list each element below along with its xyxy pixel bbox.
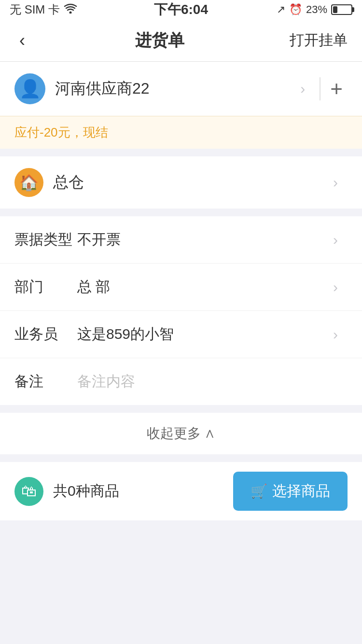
status-time: 下午6:04 [154,0,208,19]
department-label: 部门 [14,277,77,297]
supplier-name: 河南供应商22 [55,78,300,99]
invoice-type-chevron-icon: › [333,232,338,248]
invoice-type-value: 不开票 [77,230,333,250]
warehouse-chevron-icon: › [333,174,338,191]
add-supplier-button[interactable]: + [325,77,348,101]
remark-label: 备注 [14,372,77,392]
avatar-icon: 👤 [19,79,41,99]
no-sim-label: 无 SIM 卡 [10,2,60,17]
svg-point-0 [70,12,72,14]
select-product-label: 选择商品 [272,481,330,501]
warehouse-icon: 🏠 [19,173,39,192]
department-chevron-icon: › [333,279,338,295]
notice-bar: 应付-20元，现结 [0,116,362,149]
status-bar: 无 SIM 卡 下午6:04 ↗ ⏰ 23% [0,0,362,19]
product-icon: 🛍 [21,482,37,500]
warehouse-section[interactable]: 🏠 总仓 › [0,156,362,209]
notice-text: 应付-20元，现结 [14,125,108,140]
main-content: 👤 河南供应商22 › + 应付-20元，现结 🏠 总仓 › 票据类型 不开票 … [0,62,362,520]
supplier-chevron-icon: › [300,81,305,97]
status-left: 无 SIM 卡 [10,2,77,17]
form-section: 票据类型 不开票 › 部门 总 部 › 业务员 这是859的小智 › 备注 备注… [0,216,362,405]
supplier-avatar: 👤 [14,73,45,104]
nav-bar: ‹ 进货单 打开挂单 [0,19,362,62]
bottom-bar: 🛍 共0种商品 🛒 选择商品 [0,462,362,520]
invoice-type-row[interactable]: 票据类型 不开票 › [0,216,362,264]
warehouse-row[interactable]: 🏠 总仓 › [0,156,362,209]
collapse-bar[interactable]: 收起更多 ∧ [0,413,362,454]
battery-percent: 23% [306,3,327,16]
collapse-label: 收起更多 ∧ [147,424,216,443]
salesperson-chevron-icon: › [333,326,338,343]
product-icon-wrap: 🛍 [14,477,43,506]
wifi-icon [64,3,77,16]
department-value: 总 部 [77,277,333,297]
battery-icon [331,4,352,15]
page-title: 进货单 [135,29,184,52]
supplier-section: 👤 河南供应商22 › + 应付-20元，现结 [0,62,362,149]
salesperson-row[interactable]: 业务员 这是859的小智 › [0,311,362,358]
invoice-type-label: 票据类型 [14,230,77,250]
location-icon: ↗ [277,3,285,16]
remark-row[interactable]: 备注 备注内容 [0,358,362,405]
warehouse-icon-wrap: 🏠 [14,168,43,197]
alarm-icon: ⏰ [289,3,302,16]
back-button[interactable]: ‹ [14,26,30,56]
supplier-row[interactable]: 👤 河南供应商22 › + [0,62,362,116]
product-count: 共0种商品 [53,481,233,501]
salesperson-value: 这是859的小智 [77,324,333,344]
select-product-button[interactable]: 🛒 选择商品 [233,472,348,511]
salesperson-label: 业务员 [14,324,77,344]
remark-placeholder[interactable]: 备注内容 [77,372,348,392]
status-right: ↗ ⏰ 23% [277,3,352,16]
department-row[interactable]: 部门 总 部 › [0,264,362,311]
supplier-divider [320,77,320,100]
warehouse-name: 总仓 [53,172,333,193]
select-product-icon: 🛒 [251,483,267,499]
open-pending-button[interactable]: 打开挂单 [290,30,348,50]
